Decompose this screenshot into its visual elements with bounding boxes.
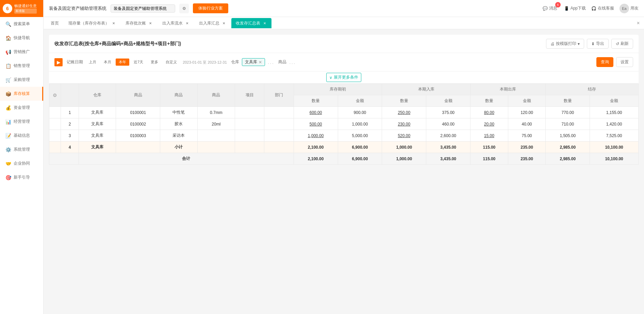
col-closing-amt-header: 金额 [590,95,639,107]
row-project [235,130,264,142]
topbar-left: 装备及固定资产辅助管理系统 装备及固定资产辅助管理系统 ⚙ 体验行业方案 [49,3,228,13]
goods-more-dots[interactable]: ... [289,59,296,65]
sidebar-item-system[interactable]: ⚙️ 系统管理 [0,143,43,156]
tab-close-icon[interactable]: ✕ [111,21,116,26]
sidebar-item-inventory[interactable]: 📦 库存核算 [0,87,43,101]
sidebar-item-label: 采购管理 [14,77,30,83]
row-in-amt: 2,600.00 [426,130,470,142]
sidebar-item-search[interactable]: 🔍 搜索菜单 [0,17,43,31]
trial-button[interactable]: 体验行业方案 [193,3,228,13]
sidebar-item-label: 系统管理 [14,147,30,152]
row-in-qty[interactable]: 230.00 [382,118,426,130]
row-out-qty[interactable]: 15.00 [470,130,508,142]
home-icon: 🏠 [5,35,11,41]
date-btn-this-month[interactable]: 本月 [101,59,114,66]
tab-home[interactable]: 首页 [46,18,63,28]
tab-close-icon[interactable]: ✕ [262,21,267,26]
gear-icon: ⚙️ [5,147,11,152]
tab-inventory-dist[interactable]: 现存量（库存分布表） ✕ [64,18,120,28]
sidebar-item-newbie[interactable]: 🎯 新手引导 [0,170,43,184]
row-department [264,118,294,130]
date-buttons: 上月 本月 本年 近7天 更多 自定义 [86,59,180,66]
tab-close-icon[interactable]: ✕ [148,21,153,26]
tab-close-icon[interactable]: ✕ [221,21,226,26]
export-button[interactable]: ⬇ 导出 [587,39,609,49]
sidebar-item-enterprise[interactable]: 🤝 企业协同 [0,156,43,170]
tab-batch-ledger[interactable]: 库存批次账 ✕ [121,18,157,28]
row-seq: 4 [61,142,79,153]
settings-button[interactable]: ⚙ [179,4,189,13]
page-title: 收发存汇总表(按仓库+商品编码+商品+规格型号+项目+部门) [54,41,181,47]
print-icon: 🖨 [550,42,555,46]
tab-bar-close-icon[interactable]: ✕ [635,20,641,26]
col-out-qty-header: 数量 [470,95,508,107]
messages-button[interactable]: 💬 消息 6 [541,4,559,13]
expand-button[interactable]: ∨ 展开更多条件 [326,73,361,82]
row-opening-qty[interactable]: 1,000.00 [294,130,338,142]
refresh-button[interactable]: ↺ 刷新 [611,39,633,49]
page-header: 收发存汇总表(按仓库+商品编码+商品+规格型号+项目+部门) 🖨 按模版打印 ▾… [49,35,639,53]
sidebar-item-assets[interactable]: 💰 资金管理 [0,101,43,115]
sidebar-item-quick-nav[interactable]: 🏠 快捷导航 [0,31,43,45]
date-btn-more[interactable]: 更多 [148,59,161,66]
row-out-amt: 40.00 [508,118,546,130]
app-download-button[interactable]: 📱 App下载 [564,5,586,11]
system-selector[interactable]: 装备及固定资产辅助管理系统 [111,4,175,13]
row-closing-qty: 1,505.00 [546,130,590,142]
logo-icon: 6 [3,4,12,13]
query-button[interactable]: 查询 [596,57,613,67]
date-btn-last-month[interactable]: 上月 [86,59,99,66]
footer-in-amt: 3,435.00 [426,153,470,165]
col-out-amt-header: 金额 [508,95,546,107]
row-opening-qty[interactable]: 600.00 [294,107,338,118]
col-closing-header: 结存 [546,84,639,95]
col-opening-header: 库存期初 [294,84,382,95]
table-body: 1文具库0100001中性笔0.7mm600.00900.00250.00375… [49,107,639,153]
sidebar-item-operations[interactable]: 📊 经营管理 [0,115,43,129]
headset-icon: 🎧 [591,6,596,11]
sidebar-logo: 6 畅捷通好生意 标准版 [0,0,43,17]
row-in-qty[interactable]: 520.00 [382,130,426,142]
print-button[interactable]: 🖨 按模版打印 ▾ [546,39,584,49]
chart-icon: 📊 [5,119,11,125]
sidebar-item-purchase[interactable]: 🛒 采购管理 [0,73,43,87]
sidebar-item-basic-info[interactable]: 📝 基础信息 [0,129,43,143]
warehouse-tag-close[interactable]: ✕ [259,60,262,65]
tab-recv-send-summary[interactable]: 收发存汇总表 ✕ [231,18,271,28]
goods-filter-label: 商品 [278,59,286,65]
tabbar: 首页 现存量（库存分布表） ✕ 库存批次账 ✕ 出入库流水 ✕ 出入库汇总 ✕ … [44,17,644,29]
target-icon: 🎯 [5,175,11,180]
row-in-qty[interactable]: 250.00 [382,107,426,118]
tab-in-out-summary[interactable]: 出入库汇总 ✕ [195,18,231,28]
sidebar-item-sales[interactable]: 📋 销售管理 [0,59,43,73]
warehouse-tag: 文具库 ✕ [242,58,265,66]
col-closing-qty-header: 数量 [546,95,590,107]
document-icon: 📝 [5,133,11,138]
row-opening-qty[interactable]: 500.00 [294,118,338,130]
sidebar-item-label: 资金管理 [14,105,30,111]
date-btn-7days[interactable]: 近7天 [131,59,146,66]
row-out-qty[interactable]: 80.00 [470,107,508,118]
row-out-qty[interactable]: 20.00 [470,118,508,130]
sidebar-item-marketing[interactable]: 📢 营销推广 [0,45,43,59]
table-settings-icon[interactable]: ⚙ [53,93,57,98]
row-seq: 3 [61,130,79,142]
col-project-header: 项目 [235,84,264,107]
settings-btn[interactable]: 设置 [616,57,633,67]
date-btn-this-year[interactable]: 本年 [116,59,129,66]
date-btn-custom[interactable]: 自定义 [163,59,180,66]
col-goods-spec-header: 商品 [197,84,235,107]
warehouse-more-dots[interactable]: ... [268,59,274,65]
row-in-amt: 460.00 [426,118,470,130]
row-settings [49,118,61,130]
online-service-button[interactable]: 🎧 在线客服 [591,5,614,11]
tab-close-icon[interactable]: ✕ [185,21,189,26]
row-out-amt: 120.00 [508,107,546,118]
tab-in-out-flow[interactable]: 出入库流水 ✕ [158,18,194,28]
footer-in-qty: 1,000.00 [382,153,426,165]
col-in-header: 本期入库 [382,84,470,95]
filter-toggle-button[interactable]: ▶ [54,58,63,66]
sidebar-item-label: 经营管理 [14,119,30,125]
user-menu[interactable]: Ea 用友 [620,4,639,13]
row-goods-name: 采访本 [160,130,197,142]
